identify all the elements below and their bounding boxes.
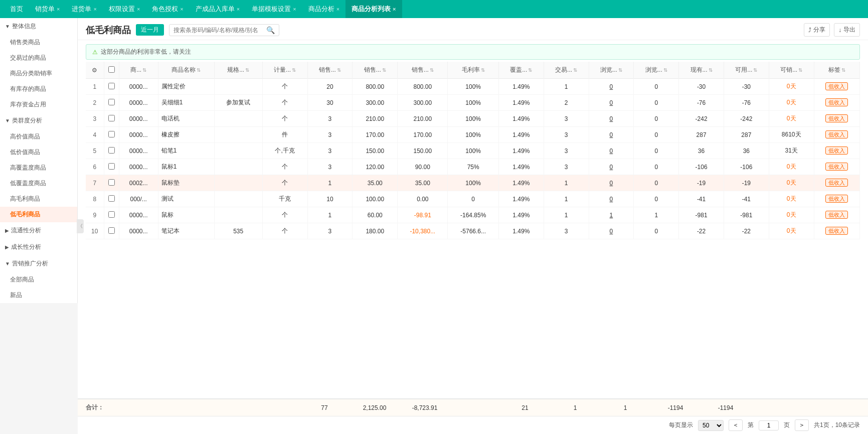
page-prev-btn[interactable]: ＜ — [729, 419, 743, 431]
nav-product-analysis[interactable]: 商品分析 × — [302, 0, 345, 18]
cell-browse1[interactable]: 1 — [589, 207, 634, 223]
sidebar-item-category-sales-rate[interactable]: 商品分类助销率 — [0, 66, 77, 81]
th-code[interactable]: 商...⇅ — [119, 62, 158, 79]
sidebar-item-all-goods[interactable]: 全部商品 — [0, 272, 77, 287]
nav-role-auth[interactable]: 角色授权 × — [146, 0, 189, 18]
cell-browse1[interactable]: 0 — [589, 79, 634, 95]
cell-browse1[interactable]: 0 — [589, 223, 634, 239]
cell-sales-amount: 170.00 — [353, 127, 398, 143]
cell-checkbox[interactable] — [104, 95, 119, 111]
cell-checkbox[interactable] — [104, 159, 119, 175]
th-sales-amount[interactable]: 销售...⇅ — [353, 62, 398, 79]
cell-browse1[interactable]: 0 — [589, 143, 634, 159]
close-icon[interactable]: × — [336, 6, 339, 12]
row-checkbox[interactable] — [108, 147, 115, 154]
cell-browse1[interactable]: 0 — [589, 191, 634, 207]
cell-checkbox[interactable] — [104, 175, 119, 191]
page-next-btn[interactable]: ＞ — [795, 419, 809, 431]
cell-checkbox[interactable] — [104, 127, 119, 143]
cell-checkbox[interactable] — [104, 223, 119, 239]
table-wrapper[interactable]: ⚙ 商...⇅ 商品名称⇅ 规格...⇅ 计量...⇅ 销售...⇅ 销售...… — [78, 62, 868, 398]
cell-sales-profit: 170.00 — [398, 127, 448, 143]
th-browse1[interactable]: 浏览...⇅ — [589, 62, 634, 79]
close-icon[interactable]: × — [93, 6, 96, 12]
sidebar-item-low-margin[interactable]: 低毛利商品 — [0, 207, 77, 222]
sidebar-section-marketing[interactable]: ▼ 营销推广分析 — [0, 255, 77, 272]
close-icon[interactable]: × — [293, 6, 296, 12]
cell-checkbox[interactable] — [104, 111, 119, 127]
th-available[interactable]: 可用...⇅ — [724, 62, 769, 79]
per-page-select[interactable]: 50 20 100 — [698, 420, 724, 431]
th-transaction[interactable]: 交易...⇅ — [544, 62, 589, 79]
nav-template-setting[interactable]: 单据模板设置 × — [246, 0, 302, 18]
close-icon[interactable]: × — [393, 6, 396, 12]
cell-browse1[interactable]: 0 — [589, 175, 634, 191]
th-sellable[interactable]: 可销...⇅ — [769, 62, 814, 79]
close-icon[interactable]: × — [237, 6, 240, 12]
row-checkbox[interactable] — [108, 131, 115, 137]
table-footer: 合计： 77 2,125.00 -8,723.91 21 1 1 -1194 -… — [78, 398, 868, 416]
cell-seq: 8 — [86, 191, 104, 207]
nav-home[interactable]: 首页 — [4, 0, 29, 18]
row-checkbox[interactable] — [108, 211, 115, 218]
row-checkbox[interactable] — [108, 227, 115, 234]
th-unit[interactable]: 计量...⇅ — [262, 62, 307, 79]
nav-product-warehouse[interactable]: 产成品入库单 × — [190, 0, 246, 18]
th-browse2[interactable]: 浏览...⇅ — [634, 62, 679, 79]
sidebar-item-low-coverage[interactable]: 低覆盖度商品 — [0, 176, 77, 191]
cell-tag: 低收入 — [814, 95, 859, 111]
th-settings[interactable]: ⚙ — [86, 62, 104, 79]
sidebar-item-high-coverage[interactable]: 高覆盖度商品 — [0, 160, 77, 176]
nav-product-analysis-list[interactable]: 商品分析列表 × — [345, 0, 402, 18]
search-input[interactable] — [173, 27, 266, 34]
sidebar-item-high-value[interactable]: 高价值商品 — [0, 129, 77, 144]
sidebar-item-inventory-capital[interactable]: 库存资金占用 — [0, 97, 77, 112]
cell-checkbox[interactable] — [104, 79, 119, 95]
th-sales-qty[interactable]: 销售...⇅ — [307, 62, 353, 79]
row-checkbox[interactable] — [108, 115, 115, 121]
sidebar-section-liquidity[interactable]: ▶ 流通性分析 — [0, 222, 77, 239]
cell-browse1[interactable]: 0 — [589, 127, 634, 143]
cell-browse1[interactable]: 0 — [589, 111, 634, 127]
cell-checkbox[interactable] — [104, 191, 119, 207]
cell-checkbox[interactable] — [104, 207, 119, 223]
sidebar-section-cluster[interactable]: ▼ 类群度分析 — [0, 112, 77, 129]
th-checkbox[interactable] — [104, 62, 119, 79]
cell-browse1[interactable]: 0 — [589, 159, 634, 175]
sidebar-toggle-btn[interactable]: 《 — [77, 219, 84, 233]
sidebar-section-overall[interactable]: ▼ 整体信息 — [0, 18, 77, 35]
sidebar-item-sales-goods[interactable]: 销售类商品 — [0, 35, 77, 50]
select-all-checkbox[interactable] — [108, 66, 115, 73]
th-sales-profit[interactable]: 销售...⇅ — [398, 62, 448, 79]
row-checkbox[interactable] — [108, 163, 115, 170]
row-checkbox[interactable] — [108, 195, 115, 202]
time-filter-button[interactable]: 近一月 — [136, 24, 164, 36]
th-coverage[interactable]: 覆盖...⇅ — [498, 62, 544, 79]
th-gross-margin[interactable]: 毛利率⇅ — [448, 62, 498, 79]
close-icon[interactable]: × — [57, 6, 60, 12]
share-button[interactable]: ⤴ 分享 — [804, 23, 830, 37]
th-spec[interactable]: 规格...⇅ — [214, 62, 262, 79]
export-button[interactable]: ↓ 导出 — [834, 23, 860, 37]
sidebar-item-inventory-goods[interactable]: 有库存的商品 — [0, 81, 77, 97]
close-icon[interactable]: × — [180, 6, 183, 12]
th-current-stock[interactable]: 现有...⇅ — [679, 62, 724, 79]
nav-sales-order[interactable]: 销货单 × — [29, 0, 66, 18]
search-icon[interactable]: 🔍 — [266, 26, 275, 34]
cell-browse1[interactable]: 0 — [589, 95, 634, 111]
row-checkbox[interactable] — [108, 179, 115, 186]
cell-checkbox[interactable] — [104, 143, 119, 159]
row-checkbox[interactable] — [108, 83, 115, 89]
row-checkbox[interactable] — [108, 99, 115, 105]
th-name[interactable]: 商品名称⇅ — [158, 62, 214, 79]
sidebar-item-high-margin[interactable]: 高毛利商品 — [0, 191, 77, 207]
nav-purchase-order[interactable]: 进货单 × — [66, 0, 102, 18]
sidebar-item-low-value[interactable]: 低价值商品 — [0, 144, 77, 160]
th-tag[interactable]: 标签⇅ — [814, 62, 859, 79]
sidebar-item-new-goods[interactable]: 新品 — [0, 287, 77, 303]
nav-permission[interactable]: 权限设置 × — [103, 0, 146, 18]
sidebar-section-growth[interactable]: ▶ 成长性分析 — [0, 239, 77, 255]
close-icon[interactable]: × — [137, 6, 140, 12]
sidebar-item-traded-goods[interactable]: 交易过的商品 — [0, 50, 77, 66]
page-number-input[interactable] — [759, 420, 779, 430]
